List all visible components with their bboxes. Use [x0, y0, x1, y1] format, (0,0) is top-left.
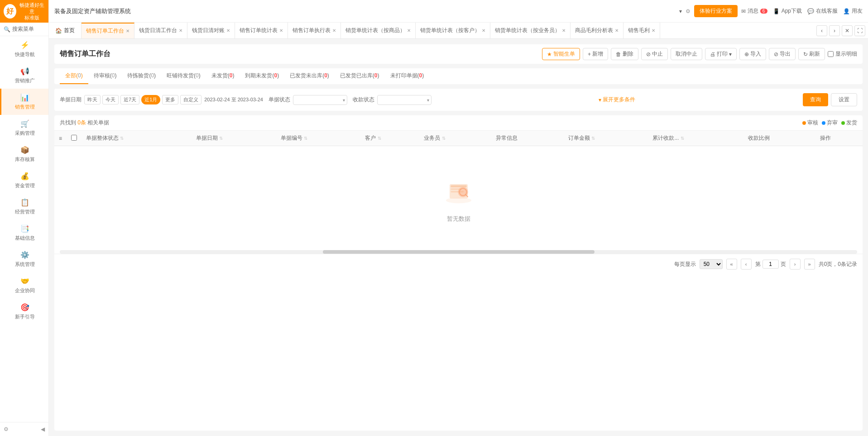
tab-3[interactable]: 钱货日清对账 ✕	[187, 23, 235, 39]
tab-close-2[interactable]: ✕	[179, 28, 182, 33]
tab-label-4: 销售订单统计表	[240, 27, 278, 34]
sidebar-item-10[interactable]: 🎯 新手引导	[0, 299, 48, 325]
delete-btn[interactable]: 🗑 删除	[611, 48, 638, 60]
tab-close-all-btn[interactable]: ✕	[842, 25, 853, 36]
filter-tab-2[interactable]: 待拣验货(0)	[122, 68, 161, 84]
tab-close-3[interactable]: ✕	[226, 28, 230, 33]
filter-tab-6[interactable]: 已发货未出库(0)	[284, 68, 335, 84]
show-detail-checkbox[interactable]	[828, 51, 834, 57]
online-service-btn[interactable]: 💬 在线客服	[807, 7, 838, 15]
tab-label-3: 钱货日清对账	[192, 27, 225, 34]
filter-tab-4[interactable]: 未发货(0)	[206, 68, 240, 84]
tab-label-8: 销货单统计表（按业务员）	[495, 27, 560, 34]
filter-tab-1[interactable]: 待审核(0)	[88, 68, 122, 84]
total-pages: 共0页，0条记录	[819, 261, 857, 268]
sidebar-item-8[interactable]: ⚙️ 系统管理	[0, 246, 48, 272]
status-select[interactable]	[293, 95, 347, 105]
date-more[interactable]: 更多	[162, 95, 178, 104]
select-all-checkbox[interactable]	[71, 135, 77, 141]
sidebar-label-4: 库存核算	[15, 156, 35, 163]
filter-tab-5[interactable]: 到期未发货(0)	[240, 68, 284, 84]
date-today[interactable]: 今天	[102, 95, 119, 104]
unapprove-action[interactable]: 弃审	[822, 119, 838, 127]
tab-close-9[interactable]: ✕	[615, 28, 619, 33]
user-btn[interactable]: 👤 用友	[843, 7, 863, 15]
tab-8[interactable]: 销货单统计表（按业务员） ✕	[490, 23, 571, 39]
system-dropdown[interactable]: ▾	[679, 8, 682, 14]
tab-close-7[interactable]: ✕	[482, 28, 485, 33]
page-first-btn[interactable]: «	[726, 259, 737, 270]
scrollbar-thumb[interactable]	[323, 250, 595, 254]
show-detail-label[interactable]: 显示明细	[828, 50, 857, 58]
expand-btn[interactable]: ▾ 展开更多条件	[599, 96, 635, 104]
sidebar-item-4[interactable]: 📦 库存核算	[0, 141, 48, 167]
filter-tab-0[interactable]: 全部(0)	[60, 68, 88, 84]
tab-9[interactable]: 商品毛利分析表 ✕	[571, 23, 623, 39]
sidebar-item-9[interactable]: 🤝 企业协同	[0, 272, 48, 299]
sidebar-item-7[interactable]: 📑 基础信息	[0, 220, 48, 246]
sidebar-item-0[interactable]: ⚡ 快捷导航	[0, 36, 48, 62]
add-btn[interactable]: + 新增	[583, 48, 608, 60]
query-btn[interactable]: 查询	[803, 93, 828, 106]
tab-expand-btn[interactable]: ⛶	[854, 25, 865, 36]
refresh-btn[interactable]: ↻ 刷新	[798, 48, 825, 60]
settings-gear-icon[interactable]: ⚙	[686, 8, 691, 14]
collapse-icon[interactable]: ◀	[41, 426, 45, 432]
tab-close-10[interactable]: ✕	[652, 28, 655, 33]
tab-home[interactable]: 🏠首页	[49, 23, 82, 39]
date-7days[interactable]: 近7天	[120, 95, 139, 104]
suspend-btn[interactable]: ⊘ 中止	[641, 48, 668, 60]
export-btn[interactable]: ⊘ 导出	[769, 48, 796, 60]
sidebar-item-1[interactable]: 📢 营销推广	[0, 62, 48, 89]
tab-10[interactable]: 销售毛利 ✕	[623, 23, 660, 39]
setting-btn[interactable]: 设置	[831, 93, 857, 106]
tab-6[interactable]: 销货单统计表（按商品） ✕	[341, 23, 416, 39]
page-input[interactable]	[762, 260, 779, 269]
tab-7[interactable]: 销货单统计表（按客户） ✕	[416, 23, 490, 39]
filter-tab-3[interactable]: 旺铺待发货(0)	[161, 68, 206, 84]
date-range-text: 2023-02-24 至 2023-03-24	[204, 96, 263, 103]
approve-action[interactable]: 审核	[802, 119, 818, 127]
page-prev-btn[interactable]: ‹	[741, 259, 752, 270]
sidebar-search[interactable]: 🔍 搜索菜单	[0, 23, 48, 36]
collect-select[interactable]	[377, 95, 432, 105]
tab-4[interactable]: 销售订单统计表 ✕	[235, 23, 288, 39]
date-custom[interactable]: 自定义	[180, 95, 201, 104]
tab-next-btn[interactable]: ›	[829, 25, 840, 36]
tab-close-1[interactable]: ✕	[126, 28, 129, 33]
app-download-btn[interactable]: 📱 App下载	[773, 7, 802, 15]
tab-close-6[interactable]: ✕	[407, 28, 411, 33]
sidebar-item-3[interactable]: 🛒 采购管理	[0, 115, 48, 141]
tab-prev-btn[interactable]: ‹	[816, 25, 827, 36]
col-status: 单据整体状态 ⇅	[82, 131, 192, 146]
filter-tab-7[interactable]: 已发货已出库(0)	[335, 68, 385, 84]
tab-close-8[interactable]: ✕	[562, 28, 566, 33]
tab-5[interactable]: 销售订单执行表 ✕	[288, 23, 341, 39]
smart-create-btn[interactable]: ★ 智能生单	[542, 48, 580, 60]
page-size-select[interactable]: 50 20 100	[700, 259, 723, 269]
date-yesterday[interactable]: 昨天	[84, 95, 101, 104]
sidebar-item-2[interactable]: 📊 销售管理	[0, 89, 48, 115]
sidebar-icon-10: 🎯	[20, 303, 29, 312]
settings-icon[interactable]: ⚙	[4, 426, 9, 432]
tab-close-4[interactable]: ✕	[279, 28, 283, 33]
col-ratio: 收款比例	[743, 131, 816, 146]
tab-label-2: 钱货日清工作台	[139, 27, 177, 34]
print-btn[interactable]: 🖨 打印 ▾	[705, 48, 737, 60]
tab-close-5[interactable]: ✕	[332, 28, 336, 33]
message-btn[interactable]: ✉ 消息 6	[741, 7, 767, 15]
sidebar-item-6[interactable]: 📋 经营管理	[0, 194, 48, 220]
date-1month[interactable]: 近1月	[141, 95, 160, 104]
cancel-suspend-btn[interactable]: 取消中止	[671, 48, 702, 60]
ship-action[interactable]: 发货	[841, 119, 857, 127]
tab-1[interactable]: 销售订单工作台 ✕	[82, 23, 134, 39]
page-last-btn[interactable]: »	[804, 259, 815, 270]
filter-tab-8[interactable]: 未打印单据(0)	[385, 68, 430, 84]
sidebar-item-5[interactable]: 💰 资金管理	[0, 167, 48, 194]
import-btn[interactable]: ⊕ 导入	[739, 48, 766, 60]
horizontal-scrollbar[interactable]	[60, 250, 857, 254]
topbar-actions: ✉ 消息 6 📱 App下载 💬 在线客服 👤 用友	[741, 7, 863, 15]
page-next-btn[interactable]: ›	[790, 259, 801, 270]
industry-btn[interactable]: 体验行业方案	[694, 5, 738, 17]
tab-2[interactable]: 钱货日清工作台 ✕	[134, 23, 187, 39]
